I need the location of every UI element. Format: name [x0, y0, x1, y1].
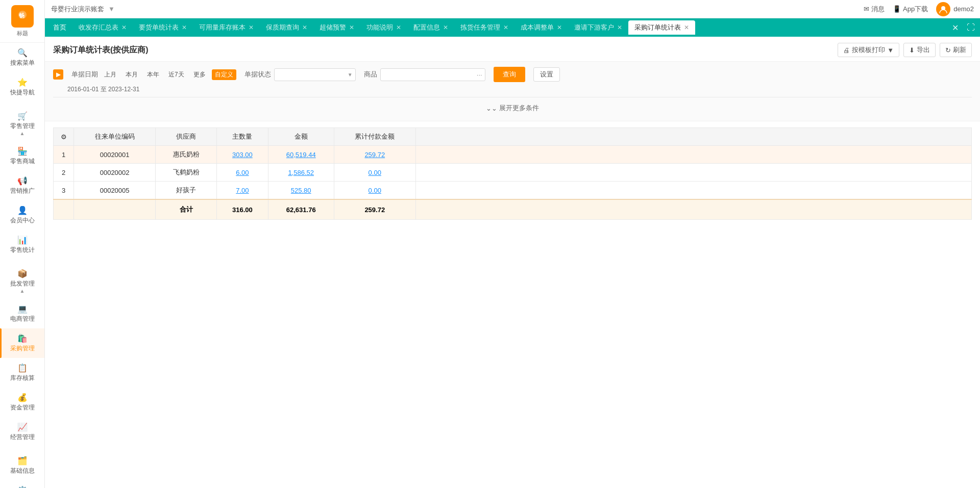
sidebar-item-basic-info[interactable]: 🗂️ 基础信息 — [0, 451, 44, 480]
goods-filter-item: 商品 ··· — [364, 68, 485, 81]
row-2-amount: 1,586.52 — [268, 164, 334, 182]
sidebar-item-search[interactable]: 🔍 搜索菜单 — [0, 43, 44, 72]
finance-icon: 💰 — [17, 393, 28, 402]
goods-input-dots-icon[interactable]: ··· — [477, 71, 482, 79]
sidebar-item-ecommerce[interactable]: 💻 电商管理 — [0, 299, 44, 328]
table-body: 1 00020001 惠氏奶粉 303.00 60,519.44 259.72 … — [54, 146, 972, 200]
footer-paid: 259.72 — [334, 199, 415, 220]
row-3-paid-link[interactable]: 0.00 — [369, 187, 381, 194]
sidebar-item-system-mgmt[interactable]: ⚙️ 系统管理 — [0, 480, 44, 488]
sidebar-item-retail-stats[interactable]: 📊 零售统计 — [0, 230, 44, 260]
tab-invite-downstream-close-icon[interactable]: ✕ — [617, 24, 622, 31]
user-area[interactable]: demo2 — [936, 2, 974, 16]
ops-mgmt-icon: 📈 — [17, 422, 28, 432]
row-3-paid: 0.00 — [334, 182, 415, 200]
app-download-icon: 📱 — [893, 5, 901, 13]
retail-mgmt-expand-icon: ▲ — [20, 131, 25, 136]
col-paid-header: 累计付款金额 — [334, 128, 415, 146]
workspace-label: 母婴行业演示账套 — [51, 5, 104, 14]
row-2-amount-link[interactable]: 1,586.52 — [288, 169, 314, 176]
tab-pick-task-close-icon[interactable]: ✕ — [503, 24, 508, 31]
row-1-quantity-link[interactable]: 303.00 — [232, 151, 253, 159]
sidebar-item-finance[interactable]: 💰 资金管理 — [0, 388, 44, 417]
date-shortcut-last-month[interactable]: 上月 — [101, 69, 119, 80]
page-content: 采购订单统计表(按供应商) 🖨 按模板打印 ▼ ⬇ 导出 ↻ 刷新 — [45, 37, 980, 488]
col-amount-header: 金额 — [268, 128, 334, 146]
sidebar-item-inventory[interactable]: 📋 库存核算 — [0, 358, 44, 388]
row-3-amount-link[interactable]: 525.80 — [291, 187, 311, 194]
tab-invite-downstream[interactable]: 邀请下游客户 ✕ — [568, 20, 628, 35]
row-2-paid-link[interactable]: 0.00 — [369, 169, 381, 176]
tab-order-stats-label: 要货单统计表 — [139, 23, 179, 32]
row-1-amount-link[interactable]: 60,519.44 — [286, 151, 316, 159]
sidebar-item-inventory-label: 库存核算 — [10, 374, 35, 382]
export-icon: ⬇ — [909, 46, 915, 54]
settings-button[interactable]: 设置 — [533, 67, 560, 82]
row-1-amount: 60,519.44 — [268, 146, 334, 164]
goods-input[interactable] — [380, 68, 485, 81]
export-button[interactable]: ⬇ 导出 — [903, 43, 936, 57]
sidebar-item-retail-stats-label: 零售统计 — [10, 246, 35, 254]
member-center-icon: 👤 — [17, 206, 28, 215]
sidebar-item-purchase-mgmt[interactable]: 🛍️ 采购管理 — [0, 328, 44, 358]
date-shortcut-this-year[interactable]: 本年 — [144, 69, 162, 80]
sidebar-item-retail-shop[interactable]: 🏪 零售商城 — [0, 141, 44, 171]
main-area: 母婴行业演示账套 ▼ ✉ 消息 📱 App下载 demo2 首页 — [45, 0, 980, 488]
tab-receive-summary-close-icon[interactable]: ✕ — [121, 24, 127, 31]
tab-expiry-query[interactable]: 保质期查询 ✕ — [260, 20, 313, 35]
workspace-chevron-icon[interactable]: ▼ — [108, 5, 115, 13]
row-2-quantity-link[interactable]: 6.00 — [236, 169, 249, 176]
row-3-quantity-link[interactable]: 7.00 — [236, 187, 249, 194]
tab-available-inventory-close-icon[interactable]: ✕ — [249, 24, 254, 31]
row-1-paid-link[interactable]: 259.72 — [364, 151, 385, 159]
row-3-extra — [415, 182, 971, 200]
tab-overstock-warning[interactable]: 超储预警 ✕ — [313, 20, 360, 35]
page-title: 采购订单统计表(按供应商) — [53, 45, 149, 56]
topbar: 母婴行业演示账套 ▼ ✉ 消息 📱 App下载 demo2 — [45, 0, 980, 18]
tab-maximize-button[interactable]: ⛶ — [964, 22, 978, 33]
app-download-label: App下载 — [903, 5, 928, 14]
tab-purchase-order-stats-close-icon[interactable]: ✕ — [684, 24, 689, 31]
expand-more-button[interactable]: ⌄⌄ 展开更多条件 — [53, 100, 972, 116]
tab-cost-adjust-close-icon[interactable]: ✕ — [557, 24, 562, 31]
message-button[interactable]: ✉ 消息 — [864, 5, 885, 14]
tab-receive-summary[interactable]: 收发存汇总表 ✕ — [72, 20, 133, 35]
expand-more-icon: ⌄⌄ — [486, 105, 497, 112]
tab-order-stats[interactable]: 要货单统计表 ✕ — [133, 20, 193, 35]
tab-pick-task[interactable]: 拣货任务管理 ✕ — [454, 20, 514, 35]
status-select[interactable] — [274, 68, 356, 81]
date-custom-badge[interactable]: 自定义 — [212, 69, 236, 80]
date-shortcut-7days[interactable]: 近7天 — [165, 69, 187, 80]
sidebar-item-marketing[interactable]: 📢 营销推广 — [0, 171, 44, 200]
tab-close-all-button[interactable]: ✕ — [949, 22, 962, 34]
tab-pick-task-label: 拣货任务管理 — [460, 23, 500, 32]
filter-toggle-icon[interactable]: ▶ — [53, 69, 63, 80]
tab-function-desc-close-icon[interactable]: ✕ — [396, 24, 401, 31]
refresh-button[interactable]: ↻ 刷新 — [940, 43, 972, 57]
sidebar-item-ops-mgmt[interactable]: 📈 经营管理 — [0, 417, 44, 447]
tab-purchase-order-stats[interactable]: 采购订单统计表 ✕ — [628, 20, 695, 35]
tab-config-info[interactable]: 配置信息 ✕ — [407, 20, 454, 35]
sidebar-item-retail-mgmt[interactable]: 🛒 零售管理 ▲ — [0, 106, 44, 141]
col-settings-icon[interactable]: ⚙ — [61, 133, 67, 141]
tab-cost-adjust[interactable]: 成本调整单 ✕ — [514, 20, 568, 35]
footer-empty-1 — [54, 199, 74, 220]
print-button[interactable]: 🖨 按模板打印 ▼ — [838, 43, 899, 57]
tab-overstock-warning-close-icon[interactable]: ✕ — [349, 24, 354, 31]
refresh-icon: ↻ — [945, 46, 951, 54]
sidebar-item-wholesale-mgmt[interactable]: 📦 批发管理 ▲ — [0, 264, 44, 299]
sidebar-item-quick-nav[interactable]: ⭐ 快捷导航 — [0, 72, 44, 102]
date-shortcut-more[interactable]: 更多 — [190, 69, 209, 80]
sidebar-item-member-center[interactable]: 👤 会员中心 — [0, 200, 44, 230]
app-download-button[interactable]: 📱 App下载 — [893, 5, 928, 14]
tab-available-inventory[interactable]: 可用量库存账本 ✕ — [193, 20, 260, 35]
query-button[interactable]: 查询 — [494, 67, 525, 82]
tab-function-desc[interactable]: 功能说明 ✕ — [360, 20, 407, 35]
tab-expiry-query-close-icon[interactable]: ✕ — [302, 24, 307, 31]
expand-more-label: 展开更多条件 — [499, 104, 539, 113]
date-shortcut-this-month[interactable]: 本月 — [122, 69, 141, 80]
tab-config-info-close-icon[interactable]: ✕ — [443, 24, 448, 31]
purchase-mgmt-icon: 🛍️ — [17, 333, 28, 343]
tab-order-stats-close-icon[interactable]: ✕ — [182, 24, 187, 31]
tab-home[interactable]: 首页 — [47, 20, 72, 35]
